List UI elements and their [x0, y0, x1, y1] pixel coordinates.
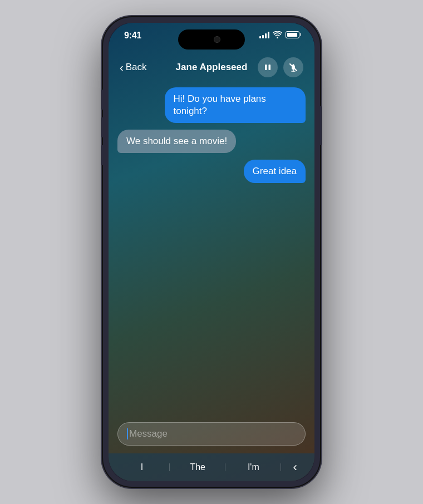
messages-area: Hi! Do you have plans tonight? We should…: [109, 82, 314, 414]
back-label: Back: [126, 62, 147, 73]
wifi-icon: [273, 31, 282, 38]
signal-bar-2: [262, 35, 264, 38]
phone-screen: 9:41: [109, 23, 314, 481]
signal-bar-4: [268, 32, 269, 38]
input-placeholder: Message: [129, 428, 168, 439]
message-bubble-2: We should see a movie!: [117, 130, 236, 153]
keyboard-expand-button[interactable]: ‹: [281, 456, 309, 479]
text-cursor: [127, 428, 128, 439]
signal-bar-1: [259, 36, 261, 38]
message-bubble-1: Hi! Do you have plans tonight?: [165, 87, 306, 123]
phone-frame: 9:41: [103, 17, 320, 487]
chevron-left-icon: ‹: [120, 61, 124, 74]
pause-button[interactable]: [258, 57, 278, 77]
message-input[interactable]: Message: [117, 422, 306, 446]
status-right: [259, 31, 301, 38]
mute-icon: [289, 63, 298, 72]
svg-rect-1: [269, 65, 271, 70]
message-row-1: Hi! Do you have plans tonight?: [117, 87, 306, 123]
predictive-text-bar: I The I'm ‹: [109, 453, 314, 481]
signal-bars-icon: [259, 31, 269, 38]
predictive-word-1[interactable]: I: [114, 458, 170, 477]
dynamic-island: [178, 29, 245, 50]
camera-dot: [214, 36, 220, 43]
message-row-3: Great idea: [117, 160, 306, 183]
nav-title: Jane Appleseed: [176, 62, 248, 73]
signal-bar-3: [265, 33, 267, 38]
predictive-word-3[interactable]: I'm: [225, 458, 281, 477]
svg-rect-0: [265, 65, 267, 70]
message-bubble-3: Great idea: [244, 160, 306, 183]
input-area: Message: [109, 414, 314, 453]
mute-button[interactable]: [283, 57, 303, 77]
status-time: 9:41: [124, 31, 141, 41]
back-button[interactable]: ‹ Back: [120, 61, 146, 74]
message-row-2: We should see a movie!: [117, 130, 306, 153]
nav-actions: [258, 57, 303, 77]
predictive-word-2[interactable]: The: [170, 458, 225, 477]
pause-icon: [264, 63, 272, 71]
battery-icon: [286, 31, 301, 38]
nav-bar: ‹ Back Jane Appleseed: [109, 53, 314, 82]
